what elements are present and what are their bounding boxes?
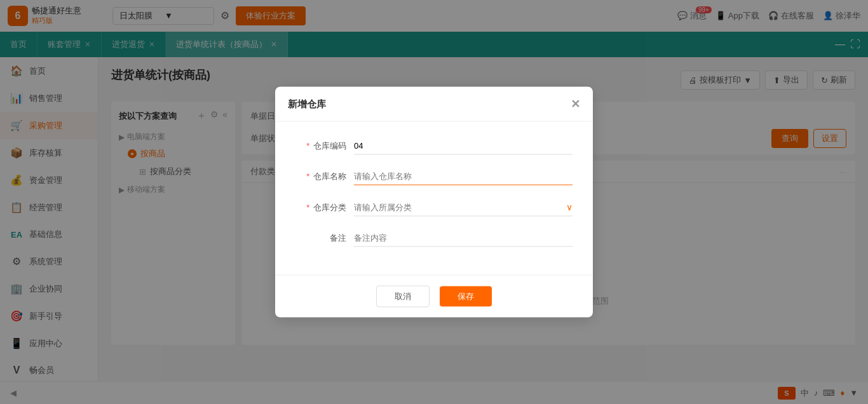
warehouse-code-row: * 仓库编码: [295, 137, 573, 155]
warehouse-category-select-wrap: ∨: [354, 198, 573, 217]
cancel-button[interactable]: 取消: [376, 286, 430, 307]
code-label: * 仓库编码: [295, 140, 346, 152]
category-label: * 仓库分类: [295, 201, 346, 213]
required-star-name: *: [306, 172, 309, 181]
remark-label: 备注: [295, 232, 346, 244]
warehouse-remark-input[interactable]: [354, 229, 573, 247]
save-button[interactable]: 保存: [440, 286, 492, 307]
warehouse-name-row: * 仓库名称: [295, 168, 573, 185]
category-dropdown-arrow-icon[interactable]: ∨: [566, 202, 573, 212]
warehouse-category-row: * 仓库分类 ∨: [295, 198, 573, 217]
warehouse-remark-row: 备注: [295, 229, 573, 247]
dialog-close-icon[interactable]: ✕: [571, 97, 580, 111]
warehouse-code-input[interactable]: [354, 137, 573, 155]
required-star-category: *: [306, 202, 309, 212]
warehouse-name-input[interactable]: [354, 168, 573, 185]
dialog-footer: 取消 保存: [275, 275, 593, 318]
warehouse-category-input[interactable]: [354, 202, 566, 212]
add-warehouse-dialog: 新增仓库 ✕ * 仓库编码 * 仓库名称 * 仓库分类: [275, 87, 593, 318]
name-label: * 仓库名称: [295, 171, 346, 182]
dialog-header: 新增仓库 ✕: [275, 87, 593, 122]
required-star-code: *: [306, 141, 309, 151]
dialog-title: 新增仓库: [288, 98, 326, 110]
dialog-body: * 仓库编码 * 仓库名称 * 仓库分类 ∨ 备注: [275, 122, 593, 275]
